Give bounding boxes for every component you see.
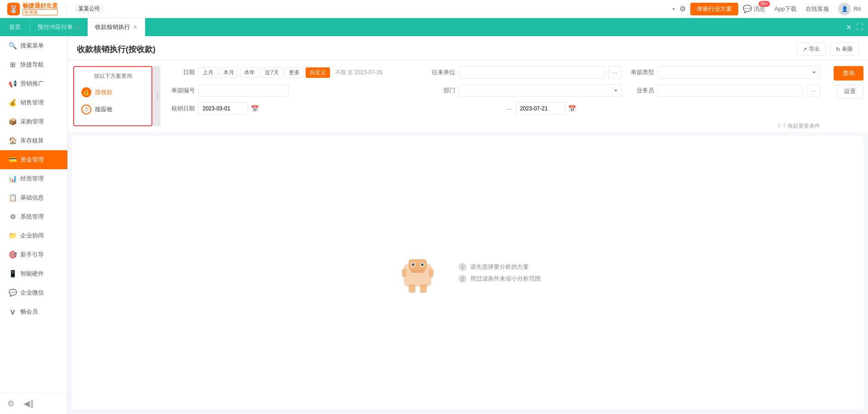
counterparty-input[interactable] (459, 66, 604, 79)
collapse-more-icon: 《《 (775, 122, 786, 130)
filter-row-3: 核销日期 📅 — 📅 (168, 102, 820, 115)
industry-solution-button[interactable]: 体验行业方案 (690, 3, 738, 15)
bill-number-label: 单据编号 (168, 86, 195, 95)
company-dropdown-icon[interactable]: ▾ (672, 6, 675, 12)
export-icon: ↗ (802, 46, 807, 52)
online-service-link[interactable]: 在线客服 (806, 5, 829, 13)
top-bar: 🐰 畅捷通好生意 标准版 某某公司 ▾ ⚙ 体验行业方案 💬 消息 99+ Ap… (0, 0, 868, 18)
sales-input[interactable] (658, 84, 803, 97)
date-btn-more[interactable]: 更多 (285, 67, 304, 78)
settings-icon[interactable]: ⚙ (679, 5, 686, 13)
query-button[interactable]: 查询 (834, 66, 863, 81)
sidebar-label-hardware: 智能硬件 (20, 270, 44, 278)
verify-date-start-cal[interactable]: 📅 (251, 105, 259, 112)
counterparty-label: 往来单位 (430, 68, 455, 76)
date-label: 日期 (168, 68, 195, 76)
sidebar-label-quicknav: 快捷导航 (20, 61, 44, 69)
app-logo: 🐰 畅捷通好生意 标准版 (7, 2, 58, 16)
empty-tip-2: 2 用过滤条件来缩小分析范围 (458, 275, 541, 283)
message-button[interactable]: 💬 消息 99+ (743, 5, 765, 13)
date-dash: — (506, 105, 512, 112)
query-type-by-receipt[interactable]: 💰 按收款 (74, 84, 151, 101)
hardware-icon: 📱 (9, 270, 17, 278)
tab-receivable[interactable]: 收款核销执行 ✕ (88, 18, 145, 36)
refresh-button[interactable]: ↻ 刷新 (830, 43, 859, 56)
tab-bar: 首页 预付冲应付单 ✕ 收款核销执行 ✕ ✕ ⛶ (0, 18, 868, 36)
sidebar-settings-icon[interactable]: ⚙ (7, 399, 14, 409)
tab-home[interactable]: 首页 (0, 18, 30, 36)
date-btn-lastmonth[interactable]: 上月 (198, 67, 217, 78)
sidebar-item-member[interactable]: V 畅会员 (0, 302, 67, 321)
tip-text-2: 用过滤条件来缩小分析范围 (470, 275, 541, 283)
sidebar-item-system[interactable]: ⚙ 系统管理 (0, 207, 67, 226)
tab-receivable-close[interactable]: ✕ (133, 24, 137, 30)
query-type-panel: 按以下方案查询 💰 按收款 ⏱ 按应收 (73, 66, 152, 126)
sidebar-label-collab: 企业协同 (20, 232, 44, 240)
bill-type-select[interactable] (658, 66, 820, 79)
date-btn-custom[interactable]: 自定义 (306, 67, 330, 78)
verify-date-label: 核销日期 (168, 105, 195, 113)
verify-date-field: 核销日期 📅 — 📅 (168, 102, 820, 115)
settings-button[interactable]: 设置 (836, 84, 863, 99)
by-receipt-icon: 💰 (81, 87, 91, 97)
sidebar-item-marketing[interactable]: 📢 营销推广 (0, 74, 67, 93)
department-select[interactable] (459, 84, 621, 97)
sidebar-label-purchase: 采购管理 (20, 118, 44, 126)
sidebar-item-wechat[interactable]: 💬 企业微信 (0, 283, 67, 302)
department-label: 部门 (430, 86, 455, 95)
avatar: 👤 (838, 3, 851, 15)
sidebar-item-finance[interactable]: 💳 资金管理 (0, 150, 67, 169)
filter-row-2: 单据编号 部门 业务员 ··· (168, 84, 820, 97)
sidebar-item-guide[interactable]: 🎯 新手引导 (0, 245, 67, 264)
sidebar-item-quicknav[interactable]: ⊞ 快捷导航 (0, 55, 67, 74)
sidebar-bottom: ⚙ ◀‖ (0, 393, 67, 414)
guide-icon: 🎯 (9, 251, 17, 259)
tab-prepay-close[interactable]: ✕ (75, 24, 80, 30)
by-receipt-label: 按收款 (95, 88, 113, 96)
purchase-icon: 📦 (9, 118, 17, 126)
top-bar-right: 💬 消息 99+ App下载 在线客服 👤 Rit (743, 3, 861, 15)
counterparty-more-button[interactable]: ··· (608, 66, 622, 79)
date-field: 日期 上月 本月 本年 近7天 更多 自定义 不限 至 2023-07-26 (168, 67, 423, 78)
sidebar-collapse-icon[interactable]: ◀‖ (24, 399, 34, 409)
sidebar-label-inventory: 库存核算 (20, 137, 44, 145)
collapse-panel-button[interactable]: 《 (152, 66, 160, 126)
bill-number-input[interactable] (198, 84, 289, 97)
verify-date-start-input[interactable] (198, 102, 248, 115)
date-btn-thismonth[interactable]: 本月 (219, 67, 238, 78)
sidebar-item-collab[interactable]: 📁 企业协同 (0, 226, 67, 245)
verify-date-end-input[interactable] (516, 102, 566, 115)
logo-icon: 🐰 (7, 3, 20, 15)
tip-num-2: 2 (458, 275, 467, 283)
sidebar-item-management[interactable]: 📊 经营管理 (0, 169, 67, 188)
user-area[interactable]: 👤 Rit (838, 3, 861, 15)
company-name[interactable]: 某某公司 (75, 5, 668, 13)
sales-more-button[interactable]: ··· (807, 84, 820, 97)
tab-prepay[interactable]: 预付冲应付单 ✕ (30, 18, 88, 36)
sidebar-item-purchase[interactable]: 📦 采购管理 (0, 112, 67, 131)
date-btn-7days[interactable]: 近7天 (261, 67, 283, 78)
sidebar-label-sales: 销售管理 (20, 99, 44, 107)
sidebar-item-hardware[interactable]: 📱 智能硬件 (0, 264, 67, 283)
sidebar-item-inventory[interactable]: 🏠 库存核算 (0, 131, 67, 150)
collapse-more-section: 《《 收起更多条件 (160, 120, 827, 132)
app-download-link[interactable]: App下载 (774, 5, 797, 13)
sidebar-item-search[interactable]: 🔍 搜索菜单 (0, 36, 67, 55)
by-receivable-icon: ⏱ (81, 105, 91, 114)
verify-date-end-cal[interactable]: 📅 (568, 105, 576, 112)
sidebar-label-finance: 资金管理 (20, 156, 44, 164)
tab-close-icon[interactable]: ✕ (846, 23, 852, 32)
export-button[interactable]: ↗ 导出 (797, 43, 826, 56)
bill-type-field: 单据类型 (629, 66, 820, 79)
message-badge: 99+ (759, 1, 770, 7)
collapse-more-button[interactable]: 《《 收起更多条件 (775, 122, 820, 130)
sidebar: 🔍 搜索菜单 ⊞ 快捷导航 📢 营销推广 💰 销售管理 📦 采购管理 🏠 库存核… (0, 36, 68, 414)
date-btn-thisyear[interactable]: 本年 (240, 67, 259, 78)
empty-illustration (395, 250, 440, 295)
sidebar-item-sales[interactable]: 💰 销售管理 (0, 93, 67, 112)
sidebar-item-basic-info[interactable]: 📋 基础信息 (0, 188, 67, 207)
query-type-by-receivable[interactable]: ⏱ 按应收 (74, 101, 151, 118)
inventory-icon: 🏠 (9, 137, 17, 145)
tab-expand-icon[interactable]: ⛶ (856, 23, 863, 31)
empty-tip-1: 1 请先选择要分析的方案 (458, 263, 541, 271)
